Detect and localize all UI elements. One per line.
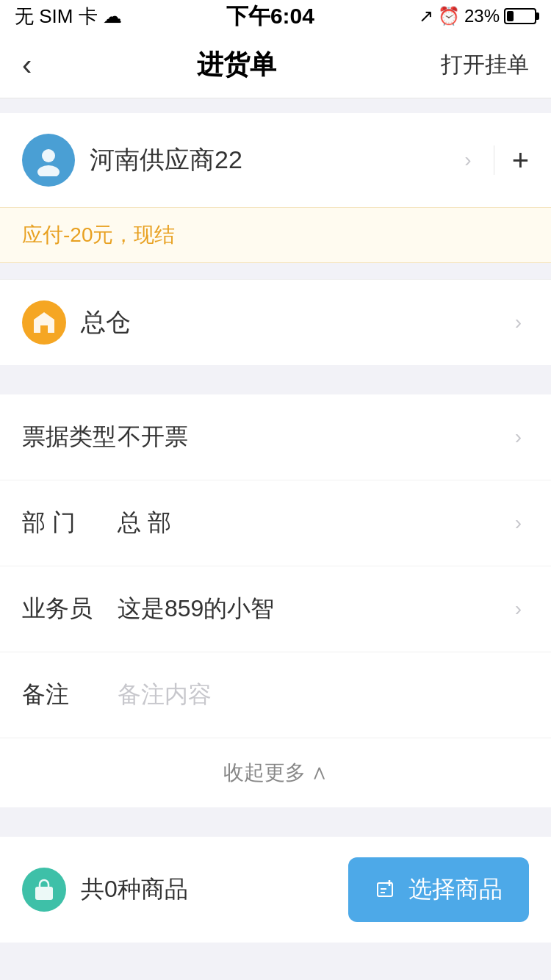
department-row[interactable]: 部 门 总 部 ›	[0, 480, 551, 566]
invoice-type-row[interactable]: 票据类型 不开票 ›	[0, 394, 551, 480]
back-button[interactable]: ‹	[22, 48, 32, 82]
warehouse-section: 总仓 ›	[0, 279, 551, 365]
collapse-bar[interactable]: 收起更多 ∧	[0, 738, 551, 807]
invoice-type-value: 不开票	[118, 421, 515, 453]
warehouse-svg-icon	[31, 309, 57, 336]
warehouse-name: 总仓	[81, 306, 515, 339]
battery-percent: 23%	[464, 6, 500, 26]
product-icon	[22, 868, 66, 912]
salesperson-row[interactable]: 业务员 这是859的小智 ›	[0, 566, 551, 652]
supplier-chevron-icon: ›	[464, 148, 471, 172]
section-divider-1	[0, 98, 551, 113]
remark-placeholder[interactable]: 备注内容	[118, 679, 529, 711]
svg-point-0	[42, 149, 55, 162]
add-supplier-button[interactable]: +	[494, 145, 529, 175]
invoice-type-chevron-icon: ›	[515, 425, 522, 449]
select-product-icon	[375, 877, 400, 902]
section-divider-4	[0, 807, 551, 822]
select-product-button[interactable]: 选择商品	[348, 857, 529, 922]
alarm-icon: ⏰	[438, 6, 460, 26]
product-count-area: 共0种商品	[22, 868, 188, 912]
product-count-text: 共0种商品	[81, 873, 188, 906]
warehouse-row[interactable]: 总仓 ›	[0, 279, 551, 365]
salesperson-label: 业务员	[22, 593, 118, 625]
person-icon	[32, 144, 65, 176]
section-divider-2	[0, 263, 551, 278]
collapse-label: 收起更多 ∧	[223, 759, 328, 787]
supplier-section: 河南供应商22 › + 应付-20元，现结	[0, 113, 551, 263]
supplier-name: 河南供应商22	[90, 143, 464, 177]
warehouse-icon	[22, 300, 66, 345]
warehouse-chevron-icon: ›	[515, 311, 522, 334]
status-right: ↗ ⏰ 23%	[419, 6, 536, 26]
page-background	[0, 943, 551, 980]
status-left: 无 SIM 卡 ☁	[15, 4, 122, 29]
svg-rect-3	[35, 887, 53, 900]
department-value: 总 部	[118, 507, 515, 539]
section-divider-3	[0, 365, 551, 380]
bottom-bar: 共0种商品 选择商品	[0, 837, 551, 943]
svg-point-1	[37, 165, 60, 176]
salesperson-chevron-icon: ›	[515, 597, 522, 621]
salesperson-value: 这是859的小智	[118, 593, 515, 625]
bag-icon	[31, 876, 57, 903]
svg-rect-2	[40, 325, 48, 333]
supplier-avatar	[22, 134, 75, 187]
supplier-row[interactable]: 河南供应商22 › +	[0, 113, 551, 207]
select-product-label: 选择商品	[408, 873, 503, 906]
remark-label: 备注	[22, 679, 118, 711]
status-time: 下午6:04	[226, 1, 314, 32]
status-bar: 无 SIM 卡 ☁ 下午6:04 ↗ ⏰ 23%	[0, 0, 551, 32]
remark-row[interactable]: 备注 备注内容	[0, 652, 551, 738]
battery-icon	[504, 8, 536, 24]
invoice-type-label: 票据类型	[22, 421, 118, 453]
open-pending-button[interactable]: 打开挂单	[441, 50, 529, 80]
notice-bar: 应付-20元，现结	[0, 207, 551, 263]
department-label: 部 门	[22, 507, 118, 539]
sim-status: 无 SIM 卡 ☁	[15, 4, 122, 29]
page-title: 进货单	[197, 47, 276, 83]
notice-text: 应付-20元，现结	[22, 223, 175, 246]
nav-bar: ‹ 进货单 打开挂单	[0, 32, 551, 98]
department-chevron-icon: ›	[515, 511, 522, 535]
form-section: 票据类型 不开票 › 部 门 总 部 › 业务员 这是859的小智 › 备注 备…	[0, 394, 551, 738]
location-icon: ↗	[419, 6, 433, 26]
